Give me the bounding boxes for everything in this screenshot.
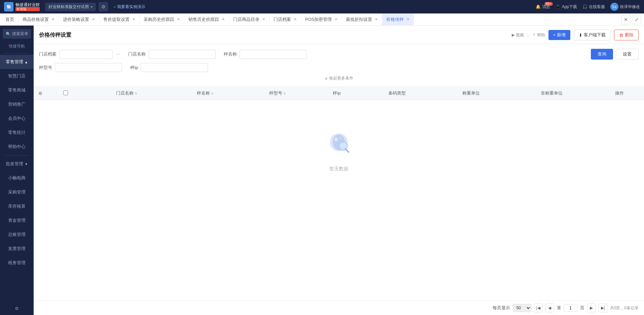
user-menu[interactable]: Ea 徐泽华修改	[610, 3, 640, 11]
sidebar-item-inventory[interactable]: 库存核算	[0, 199, 34, 213]
sidebar-item-smart-store[interactable]: 智慧门店	[0, 69, 34, 83]
prev-page-button[interactable]: ◀	[545, 304, 554, 312]
close-icon[interactable]: ✕	[334, 17, 337, 22]
tab-product-price[interactable]: 商品价格设置 ✕	[19, 13, 59, 26]
filter-scale-ip-input[interactable]	[141, 63, 208, 72]
filter-store-name-label: 门店名称	[128, 51, 146, 57]
table-settings-icon[interactable]: ⚙	[38, 91, 42, 96]
sidebar-item-wholesale[interactable]: 批发管理 ▼	[0, 157, 34, 171]
online-service-button[interactable]: 🎧 在线客服	[582, 4, 605, 10]
per-page-select[interactable]: 50 20 100	[513, 304, 531, 312]
help-icon: ？	[532, 32, 536, 38]
close-icon[interactable]: ✕	[262, 17, 265, 22]
tab-pos-encrypt[interactable]: POS加密管理 ✕	[301, 13, 342, 26]
page-label: 算	[557, 305, 561, 311]
app-download-button[interactable]: 📱 App下载	[556, 4, 577, 10]
next-page-button[interactable]: ▶	[587, 304, 596, 312]
close-icon[interactable]: ✕	[406, 17, 409, 22]
close-icon[interactable]: ✕	[132, 17, 135, 22]
close-all-tabs-button[interactable]: ✕	[621, 15, 631, 24]
sidebar-item-marketing[interactable]: 营销推广	[0, 97, 34, 111]
table-area: ⚙ 门店名称 ⇅ 秤名称	[34, 87, 644, 301]
tab-sales-history[interactable]: 销售历史价跟踪 ✕	[184, 13, 229, 26]
sidebar-item-retail-mall[interactable]: 零售商城	[0, 83, 34, 97]
separator: |	[527, 33, 528, 38]
tab-store-catalog[interactable]: 门店商品目录 ✕	[229, 13, 270, 26]
filter-store-name-input[interactable]	[148, 50, 216, 59]
filter-scale-name: 秤名称	[224, 50, 307, 59]
filter-store-file-input[interactable]	[59, 50, 113, 59]
notification-badge: 99+	[544, 2, 553, 6]
sidebar-item-retail-stats[interactable]: 零售统计	[0, 126, 34, 140]
close-icon[interactable]: ✕	[92, 17, 95, 22]
video-link[interactable]: ▶ 视频	[512, 32, 524, 38]
top-bar: 畅 畅捷通好业财 标准版 好业财标准版交付试用 ▾ ⚙ ○ 我要看实例演示 🔔 …	[0, 0, 644, 13]
filter-scale-name-label: 秤名称	[224, 51, 237, 57]
env-selector[interactable]: 好业财标准版交付试用 ▾	[45, 3, 96, 11]
close-icon[interactable]: ✕	[177, 17, 180, 22]
sidebar-item-invoice[interactable]: 发票管理	[0, 242, 34, 256]
gear-icon: ⚙	[15, 306, 19, 311]
select-all-checkbox[interactable]	[63, 91, 68, 95]
close-icon[interactable]: ✕	[222, 17, 225, 22]
messages-button[interactable]: 🔔 消息 99+	[536, 4, 550, 10]
search-icon: 🔍	[6, 32, 11, 36]
sidebar-settings-button[interactable]: ⚙	[0, 302, 34, 315]
th-checkbox	[47, 87, 84, 100]
filter-scale-name-input[interactable]	[240, 50, 307, 59]
sidebar-item-help[interactable]: 帮助中心	[0, 140, 34, 154]
tab-store-file[interactable]: 门店档案 ✕	[270, 13, 301, 26]
main-layout: 🔍 搜索菜单 快捷导航 零售管理 ▲ 智慧门店 零售商城 营销推广 会员中心 零…	[0, 26, 644, 315]
filter-row-1: 门店档案 ··· 门店名称 秤名称 查询 设置	[39, 49, 639, 60]
filter-store-name: 门店名称	[128, 50, 216, 59]
expand-tabs-button[interactable]: ⤢	[632, 15, 641, 24]
filter-scale-model-input[interactable]	[55, 63, 122, 72]
store-file-picker-button[interactable]: ···	[116, 51, 120, 57]
close-icon[interactable]: ✕	[294, 17, 297, 22]
th-barcode-type: 条码类型	[360, 87, 434, 100]
sidebar-item-ledger[interactable]: 总账管理	[0, 228, 34, 242]
filter-scale-model: 秤型号	[39, 63, 122, 72]
filter-scale-model-label: 秤型号	[39, 65, 52, 71]
total-info: 共0页，0条记录	[610, 305, 639, 311]
settings-button[interactable]: ⚙	[99, 2, 108, 11]
collapse-filter-button[interactable]: ∧ 收起更多条件	[39, 75, 639, 81]
sidebar: 🔍 搜索菜单 快捷导航 零售管理 ▲ 智慧门店 零售商城 营销推广 会员中心 零…	[0, 26, 34, 315]
chevron-up-icon: ▲	[25, 60, 28, 64]
sidebar-item-member[interactable]: 会员中心	[0, 111, 34, 126]
tab-price-scale[interactable]: 价格传秤 ✕	[382, 13, 414, 26]
sidebar-item-finance[interactable]: 资金管理	[0, 213, 34, 228]
search-menu-button[interactable]: 🔍 搜索菜单	[3, 29, 31, 39]
query-button[interactable]: 查询	[591, 49, 613, 60]
sidebar-item-purchase[interactable]: 采购管理	[0, 185, 34, 199]
filter-scale-ip: 秤ip	[130, 63, 208, 72]
sidebar-item-ecommerce[interactable]: 小畅电商	[0, 171, 34, 185]
last-page-button[interactable]: ▶|	[599, 304, 607, 312]
sidebar-quick-nav[interactable]: 快捷导航	[0, 41, 34, 52]
tab-home[interactable]: 首页	[1, 13, 19, 26]
demo-button[interactable]: ○ 我要看实例演示	[113, 4, 145, 10]
tab-min-discount[interactable]: 最低折扣设置 ✕	[342, 13, 382, 26]
delete-button[interactable]: 🗑 删除	[614, 30, 639, 40]
setup-button[interactable]: 设置	[616, 49, 639, 60]
page-number-input[interactable]	[564, 304, 577, 312]
help-link[interactable]: ？ 帮助	[532, 32, 545, 38]
tab-sale-price[interactable]: 售价提取设置 ✕	[99, 13, 140, 26]
tab-purchase-strategy[interactable]: 进价策略设置 ✕	[59, 13, 99, 26]
bell-icon: 🔔	[536, 4, 541, 9]
first-page-button[interactable]: |◀	[534, 304, 543, 312]
page-unit: 页	[580, 305, 584, 311]
sidebar-item-tax[interactable]: 税务管理	[0, 256, 34, 270]
client-download-button[interactable]: ⬇ 客户端下载	[574, 30, 611, 40]
close-icon[interactable]: ✕	[51, 17, 55, 22]
add-button[interactable]: + 新增	[548, 30, 570, 40]
svg-point-5	[334, 138, 338, 141]
th-operation: 操作	[595, 87, 644, 100]
tab-purchase-history[interactable]: 采购历史价跟踪 ✕	[140, 13, 184, 26]
logo-text: 畅捷通好业财 标准版	[15, 2, 40, 11]
sidebar-item-retail[interactable]: 零售管理 ▲	[0, 55, 34, 69]
th-settings: ⚙	[34, 87, 47, 100]
close-icon[interactable]: ✕	[375, 17, 378, 22]
chevron-up-icon: ∧	[325, 76, 328, 81]
filter-row-2: 秤型号 秤ip	[39, 63, 639, 72]
